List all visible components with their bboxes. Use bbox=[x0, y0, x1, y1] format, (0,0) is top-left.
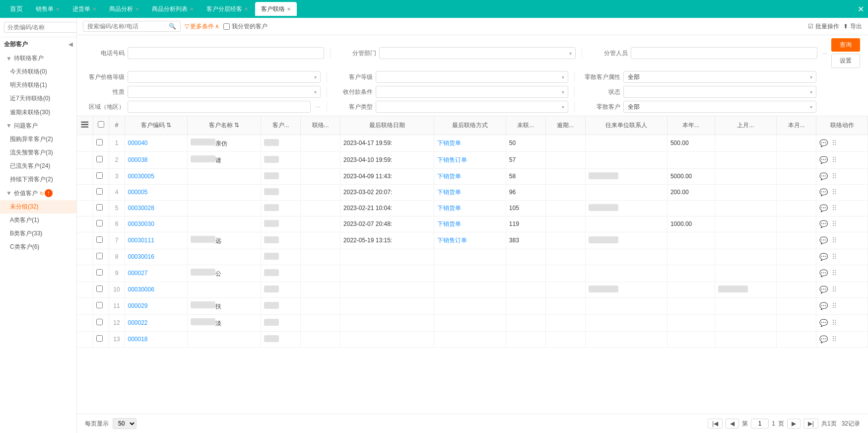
chat-icon[interactable]: 💬 bbox=[819, 286, 828, 293]
sidebar-item[interactable]: 持续下滑客户(2) bbox=[0, 173, 76, 186]
region-input[interactable] bbox=[128, 101, 311, 113]
row-checkbox[interactable] bbox=[96, 188, 103, 195]
status-select[interactable] bbox=[623, 86, 816, 98]
checkbox-cell[interactable] bbox=[93, 216, 109, 232]
customer-code[interactable]: 00030111 bbox=[125, 232, 188, 249]
customer-code[interactable]: 000038 bbox=[125, 151, 188, 168]
checkbox-cell[interactable] bbox=[93, 331, 109, 347]
tab-close-icon[interactable]: ✕ bbox=[135, 6, 139, 12]
sidebar-search-input[interactable] bbox=[4, 22, 77, 33]
grid-icon[interactable]: ⠿ bbox=[832, 139, 837, 147]
reset-button[interactable]: 设置 bbox=[831, 54, 860, 68]
prev-page-button[interactable]: ◀ bbox=[726, 419, 739, 429]
search-icon[interactable]: 🔍 bbox=[169, 23, 176, 30]
chat-icon[interactable]: 💬 bbox=[819, 269, 828, 277]
refresh-icon[interactable]: ↻ bbox=[40, 191, 44, 196]
sidebar-problem-customers-group[interactable]: ▼ 问题客户 bbox=[0, 119, 76, 133]
row-checkbox[interactable] bbox=[96, 253, 103, 259]
last-way-link[interactable]: 下销售订单 bbox=[437, 156, 467, 163]
sidebar-item[interactable]: 流失预警客户(3) bbox=[0, 146, 76, 159]
grid-icon[interactable]: ⠿ bbox=[832, 269, 837, 277]
last-way-link[interactable]: 下销货单 bbox=[437, 220, 461, 227]
customer-code[interactable]: 00030005 bbox=[125, 168, 188, 184]
row-checkbox[interactable] bbox=[96, 172, 103, 179]
last-way-link[interactable]: 下销货单 bbox=[437, 205, 461, 212]
last-page-button[interactable]: ▶| bbox=[803, 419, 818, 429]
checkbox-cell[interactable] bbox=[93, 297, 109, 314]
select-all-checkbox[interactable] bbox=[98, 121, 104, 128]
chat-icon[interactable]: 💬 bbox=[819, 172, 828, 180]
checkbox-cell[interactable] bbox=[93, 265, 109, 282]
chat-icon[interactable]: 💬 bbox=[819, 220, 828, 228]
sidebar-item[interactable]: C类客户(6) bbox=[0, 240, 76, 254]
grid-icon[interactable]: ⠿ bbox=[832, 253, 837, 261]
customer-code[interactable]: 000029 bbox=[125, 297, 188, 314]
row-checkbox[interactable] bbox=[96, 204, 103, 211]
window-close-button[interactable]: ✕ bbox=[858, 4, 864, 14]
row-checkbox[interactable] bbox=[96, 335, 103, 342]
checkbox-cell[interactable] bbox=[93, 249, 109, 265]
customer-code[interactable]: 00030030 bbox=[125, 216, 188, 232]
customer-code[interactable]: 00030028 bbox=[125, 200, 188, 216]
nav-tab-进货单[interactable]: 进货单✕ bbox=[67, 2, 102, 16]
next-page-button[interactable]: ▶ bbox=[787, 419, 801, 429]
retail-attr-select[interactable]: 全部 bbox=[623, 71, 816, 83]
my-customers-checkbox[interactable] bbox=[223, 23, 230, 30]
chat-icon[interactable]: 💬 bbox=[819, 204, 828, 212]
col-settings[interactable] bbox=[77, 116, 93, 135]
chat-icon[interactable]: 💬 bbox=[819, 253, 828, 261]
row-checkbox[interactable] bbox=[96, 286, 103, 292]
row-checkbox[interactable] bbox=[96, 302, 103, 308]
customer-code[interactable]: 00030016 bbox=[125, 249, 188, 265]
customer-code[interactable]: 000018 bbox=[125, 331, 188, 347]
nav-tab-商品分析列表[interactable]: 商品分析列表✕ bbox=[146, 2, 200, 16]
nav-tab-商品分析[interactable]: 商品分析✕ bbox=[103, 2, 145, 16]
more-icon[interactable]: ··· bbox=[822, 50, 827, 57]
price-level-select[interactable] bbox=[128, 71, 321, 83]
tab-close-icon[interactable]: ✕ bbox=[92, 6, 96, 12]
chat-icon[interactable]: 💬 bbox=[819, 236, 828, 244]
nav-tab-客户分层经客[interactable]: 客户分层经客✕ bbox=[200, 2, 254, 16]
grid-icon[interactable]: ⠿ bbox=[832, 156, 837, 164]
checkbox-cell[interactable] bbox=[93, 168, 109, 184]
checkbox-cell[interactable] bbox=[93, 135, 109, 151]
row-checkbox[interactable] bbox=[96, 319, 103, 325]
grid-icon[interactable]: ⠿ bbox=[832, 236, 837, 244]
sidebar-item[interactable]: 近7天待联络(0) bbox=[0, 92, 76, 105]
customer-code[interactable]: 000005 bbox=[125, 184, 188, 200]
sidebar-item[interactable]: 囤购异常客户(2) bbox=[0, 133, 76, 146]
sidebar-all-customers[interactable]: 全部客户 ◀ bbox=[0, 37, 76, 52]
region-more-icon[interactable]: ··· bbox=[316, 103, 321, 110]
last-way-link[interactable]: 下销货单 bbox=[437, 189, 461, 196]
customer-code[interactable]: 000027 bbox=[125, 265, 188, 282]
chat-icon[interactable]: 💬 bbox=[819, 156, 828, 164]
tab-close-icon[interactable]: ✕ bbox=[287, 6, 291, 12]
page-size-select[interactable]: 50 bbox=[113, 418, 136, 429]
tab-close-icon[interactable]: ✕ bbox=[244, 6, 248, 12]
nav-home[interactable]: 首页 bbox=[4, 4, 29, 13]
checkbox-cell[interactable] bbox=[93, 282, 109, 297]
nav-tab-客户联络[interactable]: 客户联络✕ bbox=[255, 2, 297, 16]
checkbox-cell[interactable] bbox=[93, 184, 109, 200]
checkbox-cell[interactable] bbox=[93, 151, 109, 168]
col-checkbox[interactable] bbox=[93, 116, 109, 135]
customer-code[interactable]: 00030006 bbox=[125, 282, 188, 297]
last-way-link[interactable]: 下销货单 bbox=[437, 140, 461, 146]
grid-icon[interactable]: ⠿ bbox=[832, 188, 837, 196]
nature-select[interactable] bbox=[128, 86, 321, 98]
customer-level-select[interactable] bbox=[376, 71, 569, 83]
grid-icon[interactable]: ⠿ bbox=[832, 286, 837, 293]
export-button[interactable]: ⬆ 导出 bbox=[843, 22, 862, 31]
chat-icon[interactable]: 💬 bbox=[819, 302, 828, 310]
chat-icon[interactable]: 💬 bbox=[819, 188, 828, 196]
sidebar-item[interactable]: 今天待联络(0) bbox=[0, 65, 76, 78]
last-way-link[interactable]: 下销货单 bbox=[437, 173, 461, 180]
grid-icon[interactable]: ⠿ bbox=[832, 319, 837, 327]
chat-icon[interactable]: 💬 bbox=[819, 335, 828, 343]
page-number-input[interactable] bbox=[751, 419, 769, 429]
customer-code[interactable]: 000040 bbox=[125, 135, 188, 151]
chat-icon[interactable]: 💬 bbox=[819, 139, 828, 147]
person-input[interactable] bbox=[631, 47, 817, 59]
phone-input[interactable] bbox=[128, 47, 324, 59]
first-page-button[interactable]: |◀ bbox=[708, 419, 723, 429]
